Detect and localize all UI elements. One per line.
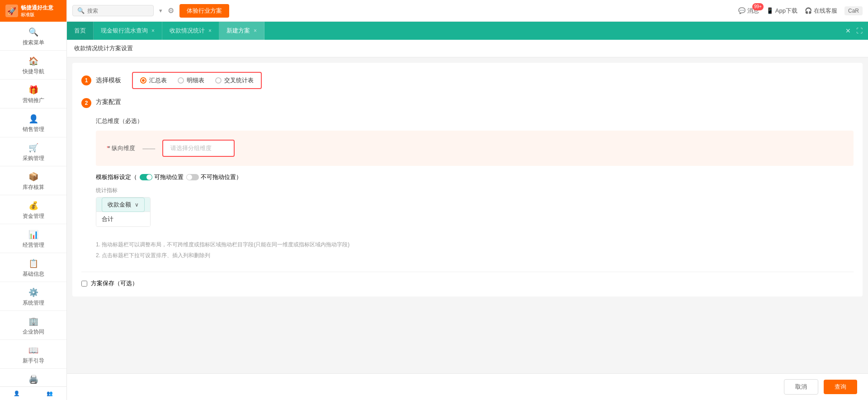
save-checkbox[interactable] [81,281,87,287]
metrics-table: 收款金额 ∨ 合计 [96,197,151,227]
dropdown-arrow-icon[interactable]: ▾ [159,7,162,14]
topbar: 🔍 ▾ ⚙ 体验行业方案 💬 消息 99+ 📱 App下载 🎧 在线客服 CaR [67,0,868,22]
metric-tag[interactable]: 收款金额 ∨ [102,198,145,212]
content-area: 收款情况统计方案设置 1 选择模板 汇总表 明细表 [67,40,868,400]
user-name[interactable]: CaR [844,6,863,15]
tab-cash-flow-close-icon[interactable]: × [151,28,155,34]
app-download-link[interactable]: 📱 App下载 [766,7,797,15]
step2-label: 方案配置 [96,98,121,106]
dimension-select-placeholder: 请选择分组维度 [170,145,212,151]
tab-cash-flow[interactable]: 现金银行流水查询 × [94,22,162,40]
radio-summary-circle [140,77,146,84]
sidebar-item-quick-nav[interactable]: 🏠 快捷导航 [0,51,66,80]
tab-home-label: 首页 [74,27,86,35]
save-option-label[interactable]: 方案保存（可选） [91,279,138,287]
metrics-section: 模板指标设定（ 可拖动位置 不可拖动位置） [96,173,854,228]
app-download-label: App下载 [775,7,797,15]
step1-label: 选择模板 [96,76,121,85]
message-icon: 💬 [738,7,745,14]
online-service-link[interactable]: 🎧 在线客服 [805,7,837,15]
radio-cross-label: 交叉统计表 [224,76,254,85]
dim-arrow-icon: —— [142,145,155,152]
subtotal-cell: 合计 [96,212,150,226]
metrics-section-label: 统计指标 [96,187,151,194]
sidebar-item-operation[interactable]: 📊 经营管理 [0,224,66,253]
sidebar: 🚀 畅捷通好生意 标准版 🔍 搜索菜单 🏠 快捷导航 🎁 营销推广 👤 销售管理… [0,0,67,400]
app-icon: 📱 [766,7,774,14]
sales-icon: 👤 [28,114,38,124]
radio-cross[interactable]: 交叉统计表 [215,76,254,85]
sidebar-label-system: 系统管理 [23,299,44,307]
quick-nav-icon: 🏠 [28,56,38,66]
sidebar-item-enterprise[interactable]: 🏢 企业协同 [0,311,66,340]
sidebar-item-system[interactable]: ⚙️ 系统管理 [0,282,66,311]
template-options-box: 汇总表 明细表 交叉统计表 [132,72,262,89]
tips-section: 1. 拖动标题栏可以调整布局，不可跨维度或指标区域拖动栏目字段(只能在同一维度或… [96,239,854,261]
sidebar-item-sales[interactable]: 👤 销售管理 [0,108,66,137]
logo-icon: 🚀 [5,5,18,17]
badge-count: 99+ [752,3,764,10]
close-window-icon[interactable]: ✕ [844,26,853,35]
tab-new-plan[interactable]: 新建方案 × [219,22,264,40]
sidebar-item-marketing[interactable]: 🎁 营销推广 [0,80,66,108]
search-box[interactable]: 🔍 [72,5,154,16]
logo-title: 畅捷通好生意 [21,4,53,12]
radio-summary[interactable]: 汇总表 [140,76,167,85]
dimension-select[interactable]: 请选择分组维度 [162,140,235,157]
non-draggable-hint-label: 不可拖动位置） [201,173,242,181]
settings-gear-icon[interactable]: ⚙ [168,6,174,15]
page-title: 收款情况统计方案设置 [74,45,133,52]
industry-btn[interactable]: 体验行业方案 [179,4,229,18]
finance-icon: 💰 [28,201,38,211]
operation-icon: 📊 [28,230,38,240]
step2-row: 2 方案配置 [81,98,854,108]
sidebar-footer-btn1[interactable]: 👤 [14,391,20,396]
inventory-icon: 📦 [28,172,38,182]
sidebar-label-newbie: 新手引导 [23,357,44,365]
metric-dropdown-icon[interactable]: ∨ [135,202,139,208]
footer-icon2: 👥 [47,391,53,396]
radio-detail[interactable]: 明细表 [178,76,204,85]
step2-content: 汇总维度（必选） * * 纵向维度 —— 请选择分组维度 [81,117,854,261]
enterprise-icon: 🏢 [28,316,38,326]
tab-receipt-stats-close-icon[interactable]: × [208,28,212,34]
maximize-window-icon[interactable]: ⛶ [854,26,864,35]
sidebar-item-smart-hw[interactable]: 🖨️ 智能硬件 [0,369,66,386]
headset-icon: 🎧 [805,7,812,14]
tab-home[interactable]: 首页 [67,22,94,40]
sidebar-item-search-menu[interactable]: 🔍 搜索菜单 [0,22,66,51]
tip2-text: 2. 点击标题栏下拉可设置排序、插入列和删除列 [96,250,854,261]
cancel-button[interactable]: 取消 [784,379,818,395]
step2-num: 2 [81,98,91,108]
message-badge[interactable]: 💬 消息 99+ [738,7,759,15]
purchase-icon: 🛒 [28,143,38,153]
sidebar-item-newbie[interactable]: 📖 新手引导 [0,340,66,369]
tabbar-actions: ✕ ⛶ [844,26,868,35]
query-button[interactable]: 查询 [824,380,857,394]
search-icon: 🔍 [77,7,85,14]
tip1-text: 1. 拖动标题栏可以调整布局，不可跨维度或指标区域拖动栏目字段(只能在同一维度或… [96,239,854,250]
sidebar-footer-btn2[interactable]: 👥 [47,391,53,396]
tab-cash-flow-label: 现金银行流水查询 [101,27,148,35]
sidebar-label-basic: 基础信息 [23,270,44,278]
footer-icon1: 👤 [14,391,20,396]
radio-group-template: 汇总表 明细表 交叉统计表 [140,76,254,85]
save-option-row: 方案保存（可选） [81,272,854,287]
sidebar-item-finance[interactable]: 💰 资金管理 [0,195,66,224]
search-input[interactable] [87,8,142,14]
sidebar-label-sales: 销售管理 [23,126,44,133]
dimension-area: * * 纵向维度 —— 请选择分组维度 [96,131,854,166]
tabbar: 首页 现金银行流水查询 × 收款情况统计 × 新建方案 × ✕ ⛶ [67,22,868,40]
marketing-icon: 🎁 [28,85,38,95]
tab-receipt-stats[interactable]: 收款情况统计 × [162,22,219,40]
sidebar-item-basic-info[interactable]: 📋 基础信息 [0,253,66,282]
tab-new-plan-close-icon[interactable]: × [254,28,257,34]
metrics-hint-row: 模板指标设定（ 可拖动位置 不可拖动位置） [96,173,854,181]
non-draggable-indicator: 不可拖动位置） [186,173,242,181]
metrics-layout: 统计指标 收款金额 ∨ 合计 [96,187,854,228]
sidebar-item-inventory[interactable]: 📦 库存核算 [0,166,66,195]
sidebar-footer: 👤 👥 [0,386,66,400]
sidebar-label-inventory: 库存核算 [23,184,44,191]
radio-cross-circle [215,77,222,84]
sidebar-item-purchase[interactable]: 🛒 采购管理 [0,137,66,166]
